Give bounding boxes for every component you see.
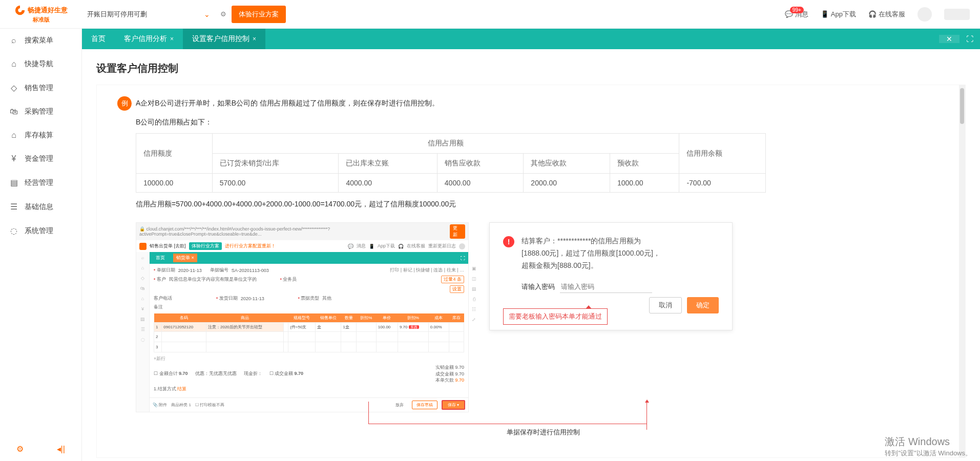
app-download-link[interactable]: 📱 App下载 — [821, 10, 856, 19]
mini-op: … — [460, 267, 464, 273]
formula-text: 信用占用额=5700.00+4000.00+4000.00+2000.00-10… — [136, 200, 945, 209]
nav-label: 库存核算 — [25, 131, 53, 140]
online-service-label: 在线客服 — [879, 10, 905, 19]
col-sub: 预收款 — [610, 154, 679, 174]
mini-logo-icon — [139, 243, 147, 250]
discard-button: 放弃 — [391, 401, 408, 409]
topbar-right: 💬 99+ 消息 📱 App下载 🎧 在线客服 — [785, 7, 980, 22]
diamond-icon: ◇ — [9, 83, 18, 93]
col-sub: 其他应收款 — [524, 154, 610, 174]
col-usage: 信用占用额 — [212, 134, 679, 154]
refresh-chip: 更新 — [450, 224, 465, 239]
password-input[interactable] — [560, 281, 652, 293]
page-title: 设置客户信用控制 — [96, 61, 966, 75]
annotation-line-h — [368, 424, 647, 424]
phone-icon: 📱 — [821, 10, 829, 18]
account-date-select[interactable]: 开账日期可停用可删 ⌄ — [82, 10, 215, 19]
mini-label: 单据日期 — [154, 267, 175, 274]
headset-icon: 🎧 — [868, 10, 877, 18]
search-icon: ⌕ — [9, 36, 18, 45]
nav-system[interactable]: ◌系统管理 — [0, 219, 81, 243]
cell-balance: -700.00 — [679, 174, 766, 193]
industry-button[interactable]: 体验行业方案 — [232, 6, 286, 23]
avatar[interactable] — [918, 7, 932, 22]
cell: 1000.00 — [610, 174, 679, 193]
mini-label: 业务员 — [280, 276, 297, 283]
add-row: +新行 — [154, 355, 464, 362]
ok-button[interactable]: 确定 — [687, 297, 719, 313]
topbar: 畅捷通好生意 标准版 开账日期可停用可删 ⌄ ⚙ 体验行业方案 💬 99+ 消息… — [0, 0, 980, 29]
tab-label: 客户信用分析 — [124, 34, 167, 44]
cell: 4000.00 — [437, 174, 524, 193]
tab-home[interactable]: 首页 — [82, 29, 115, 49]
tab-close-all[interactable]: ✕ — [939, 35, 960, 43]
document-panel: 例 A企对B公司进行开单时，如果B公司的 信用占用额超过了信用额度，则在保存时进… — [96, 85, 966, 458]
cancel-button[interactable]: 取消 — [649, 297, 682, 313]
intro-text: A企对B公司进行开单时，如果B公司的 信用占用额超过了信用额度，则在保存时进行信… — [136, 99, 439, 108]
bag-icon: 🛍 — [9, 107, 18, 116]
nav-sales[interactable]: ◇销售管理 — [0, 76, 81, 100]
credit-table: 信用额度 信用占用额 信用用余额 已订货未销货/出库 已出库未立账 销售应收款 … — [136, 133, 766, 193]
boss-password-note: 需要老板输入密码本单才能通过 — [503, 308, 608, 325]
mini-label: 客户电话 — [154, 295, 172, 302]
mini-value: 2020-11-13 — [241, 296, 264, 301]
brand-name: 畅捷通好生意 — [28, 6, 68, 15]
side-nav: ⌕搜索菜单 ⌂快捷导航 ◇销售管理 🛍采购管理 ⌂库存核算 ¥资金管理 ▤经营管… — [0, 29, 82, 461]
embedded-screenshot: 🔒 cloud.chanjet.com/***/**/***/**/index.… — [136, 222, 469, 412]
nav-quick[interactable]: ⌂快捷导航 — [0, 52, 81, 76]
tab-strip: 首页 客户信用分析× 设置客户信用控制× ✕ ⛶ — [82, 29, 980, 49]
mini-value: 其他 — [322, 295, 331, 302]
messages-badge: 99+ — [790, 7, 804, 13]
col-sub: 销售应收款 — [437, 154, 524, 174]
mini-op: 连选 — [433, 267, 443, 273]
credit-warning-dialog: ! 结算客户：************的信用占用额为 [1888.00元]，超过… — [489, 222, 733, 330]
nav-funds[interactable]: ¥资金管理 — [0, 147, 81, 171]
password-label: 请输入密码 — [522, 282, 555, 291]
mini-industry: 体验行业方案 — [189, 242, 222, 250]
mini-link: 重新更新日志 — [428, 243, 456, 249]
online-service-link[interactable]: 🎧 在线客服 — [868, 10, 905, 19]
cell: 4000.00 — [339, 174, 437, 193]
caption-row: 单据保存时进行信用控制 — [117, 430, 945, 442]
tab-label: 首页 — [91, 34, 106, 44]
collapse-icon[interactable]: ◂|| — [57, 444, 65, 454]
nav-label: 快捷导航 — [25, 59, 53, 69]
nav-inventory[interactable]: ⌂库存核算 — [0, 123, 81, 147]
windows-watermark: 激活 Windows 转到"设置"以激活 Windows。 — [885, 435, 972, 458]
brand-logo: 畅捷通好生意 标准版 — [0, 5, 82, 24]
mini-value: 民营信息单位文字内容完有限是单位文字的 — [169, 276, 257, 283]
example-badge: 例 — [117, 96, 132, 111]
tab-fullscreen[interactable]: ⛶ — [960, 35, 980, 43]
mini-op: 标记 — [403, 267, 412, 273]
tab-credit-control[interactable]: 设置客户信用控制× — [183, 29, 265, 49]
nav-label: 采购管理 — [25, 107, 53, 116]
grid-icon: ☰ — [9, 202, 18, 212]
scroll-thumb[interactable] — [960, 88, 964, 124]
close-icon[interactable]: × — [170, 35, 174, 43]
mini-label: 客户 — [154, 276, 166, 283]
nav-purchase[interactable]: 🛍采购管理 — [0, 100, 81, 123]
nav-search[interactable]: ⌕搜索菜单 — [0, 29, 81, 52]
nav-business[interactable]: ▤经营管理 — [0, 171, 81, 195]
doc-scrollbar[interactable] — [959, 85, 965, 457]
col-sub: 已订货未销货/出库 — [212, 154, 339, 174]
mini-link: App下载 — [378, 243, 395, 249]
mini-label: 备注 — [154, 304, 163, 310]
print-tpl-label: 打印模板不再 — [200, 403, 224, 407]
username-chip[interactable] — [944, 9, 970, 20]
mini-value: 2020-11-13 — [178, 268, 202, 273]
save-draft-button: 保存草稿 — [412, 401, 437, 409]
list-icon: ▤ — [9, 178, 18, 187]
settings-icon[interactable]: ⚙ — [16, 444, 24, 454]
nav-baseinfo[interactable]: ☰基础信息 — [0, 195, 81, 219]
save-button-highlighted: 保存 ▾ — [442, 400, 465, 410]
nav-footer: ⚙ ◂|| — [0, 437, 81, 461]
mini-link: 消息 — [357, 243, 366, 249]
cell: 2000.00 — [524, 174, 610, 193]
messages-link[interactable]: 💬 99+ 消息 — [785, 10, 808, 19]
close-icon[interactable]: × — [253, 35, 256, 43]
warning-icon: ! — [503, 236, 514, 247]
screenshots-row: 🔒 cloud.chanjet.com/***/**/***/**/index.… — [136, 222, 945, 412]
tab-credit-analysis[interactable]: 客户信用分析× — [115, 29, 183, 49]
gear-icon[interactable]: ⚙ — [220, 10, 226, 18]
